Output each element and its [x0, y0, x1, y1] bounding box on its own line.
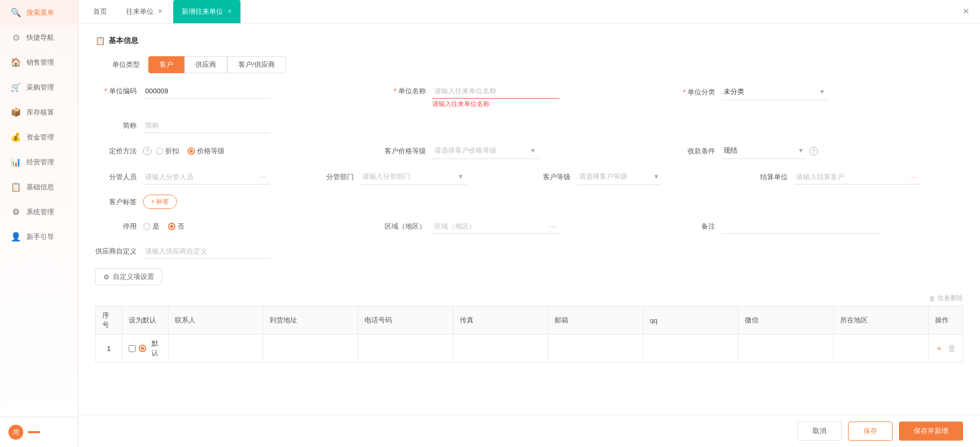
- unit-type-both[interactable]: 客户/供应商: [227, 56, 286, 73]
- sidebar-item-operations[interactable]: 📊 经营管理: [0, 150, 78, 174]
- tab-partners[interactable]: 往来单位 ✕: [118, 0, 171, 23]
- tab-new-partner-close[interactable]: ✕: [227, 8, 232, 15]
- region-dots[interactable]: ···: [547, 222, 557, 230]
- tab-new-partner[interactable]: 新增往来单位 ✕: [173, 0, 240, 23]
- unit-category-select[interactable]: 未分类 ▼: [721, 84, 827, 100]
- sidebar-item-label: 销售管理: [26, 58, 54, 67]
- pricing-price-level-radio[interactable]: [188, 147, 195, 155]
- unit-type-supplier[interactable]: 供应商: [184, 56, 227, 73]
- row-address: [263, 335, 358, 363]
- unit-type-customer[interactable]: 客户: [148, 56, 184, 73]
- sidebar-item-finance[interactable]: 💰 资金管理: [0, 125, 78, 150]
- disabled-yes[interactable]: 是: [143, 222, 159, 231]
- pricing-discount[interactable]: 折扣: [156, 146, 179, 156]
- batch-delete-label[interactable]: 批量删除: [938, 294, 963, 303]
- sidebar: 🔍 搜索菜单 ⊙ 快捷导航 🏠 销售管理 🛒 采购管理 📦 库存核算 💰 资金管…: [0, 0, 78, 447]
- wechat-input[interactable]: [745, 345, 826, 353]
- row-default-radio[interactable]: [139, 345, 146, 352]
- disabled-no[interactable]: 否: [168, 222, 184, 231]
- sidebar-item-purchase[interactable]: 🛒 采购管理: [0, 75, 78, 100]
- row-add-button[interactable]: ＋: [935, 343, 943, 354]
- sidebar-item-quicknav[interactable]: ⊙ 快捷导航: [0, 25, 78, 50]
- col-qq: qq: [643, 306, 738, 335]
- col-email: 邮箱: [548, 306, 643, 335]
- section-title-icon: 📋: [95, 36, 105, 46]
- close-all-tabs[interactable]: ✕: [958, 4, 974, 19]
- unit-code-input[interactable]: [143, 84, 270, 99]
- field-supplier-custom: 供应商自定义: [95, 244, 963, 259]
- inventory-icon: 📦: [11, 107, 21, 117]
- disabled-no-radio[interactable]: [168, 223, 175, 230]
- fax-input[interactable]: [460, 345, 541, 353]
- save-new-button[interactable]: 保存并新增: [899, 422, 963, 441]
- field-settlement-unit: 结算单位 ···: [746, 170, 964, 185]
- supervisor-dots[interactable]: ···: [258, 173, 268, 181]
- sidebar-item-label: 新手引导: [26, 232, 54, 242]
- row-seq: 1: [96, 335, 122, 363]
- tab-home[interactable]: 首页: [85, 0, 115, 23]
- add-tag-button[interactable]: + 标签: [143, 195, 177, 209]
- tab-new-partner-label: 新增往来单位: [182, 7, 223, 16]
- disabled-label: 停用: [95, 222, 143, 231]
- sidebar-item-inventory[interactable]: 📦 库存核算: [0, 100, 78, 125]
- main-area: 首页 往来单位 ✕ 新增往来单位 ✕ ✕ 📋 基本信息 单位类型 客户 供应商 …: [78, 0, 980, 447]
- form-area: 📋 基本信息 单位类型 客户 供应商 客户/供应商 单位编码 单位名称 请输入往…: [78, 23, 980, 415]
- row-region-input[interactable]: [840, 345, 922, 353]
- operations-icon: 📊: [11, 157, 21, 167]
- tab-partners-close[interactable]: ✕: [158, 8, 163, 15]
- unit-category-value: 未分类: [724, 87, 744, 97]
- unit-name-error: 请输入往来单位名称: [432, 100, 489, 109]
- email-input[interactable]: [555, 345, 636, 353]
- row-delete-button[interactable]: 🗑: [948, 344, 956, 353]
- supplier-custom-input[interactable]: [143, 244, 270, 259]
- row-checkbox[interactable]: [129, 345, 136, 352]
- sidebar-item-guide[interactable]: 👤 新手引导: [0, 224, 78, 249]
- row-fax: [453, 335, 548, 363]
- address-input[interactable]: [270, 345, 351, 353]
- field-payment-terms: 收款条件 现结 ▼ ?: [674, 143, 963, 159]
- row-default-radio-label[interactable]: 默认: [139, 339, 162, 358]
- row-region: [833, 335, 928, 363]
- department-select[interactable]: 请输入分管部门 ▼: [360, 169, 466, 185]
- sidebar-item-basics[interactable]: 📋 基础信息: [0, 174, 78, 199]
- contact-input[interactable]: [175, 345, 256, 353]
- sidebar-item-sales[interactable]: 🏠 销售管理: [0, 50, 78, 75]
- field-unit-name: 单位名称 请输入往来单位名称: [385, 84, 674, 109]
- custom-settings-button[interactable]: ⚙ 自定义项设置: [95, 268, 162, 285]
- col-actions: 操作: [928, 306, 963, 335]
- payment-terms-select[interactable]: 现结 ▼: [721, 143, 806, 159]
- qq-input[interactable]: [650, 345, 732, 353]
- unit-category-label: 单位分类: [674, 87, 721, 97]
- phone-input[interactable]: [364, 345, 446, 353]
- unit-name-input[interactable]: [432, 84, 559, 99]
- pricing-method-help[interactable]: ?: [143, 147, 152, 155]
- customer-level-select[interactable]: 请选择客户等级 ▼: [577, 169, 662, 185]
- customer-level-chevron: ▼: [649, 173, 660, 180]
- disabled-no-label: 否: [177, 222, 184, 231]
- unit-type-label: 单位类型: [95, 60, 148, 69]
- supplier-custom-label: 供应商自定义: [95, 247, 143, 256]
- guide-icon: 👤: [11, 232, 21, 242]
- department-placeholder: 请输入分管部门: [362, 172, 411, 181]
- settlement-unit-input[interactable]: [796, 173, 909, 181]
- region-label: 区域（地区）: [385, 222, 432, 231]
- settlement-unit-dots[interactable]: ···: [909, 173, 919, 181]
- sidebar-item-search[interactable]: 🔍 搜索菜单: [0, 0, 78, 25]
- sidebar-item-system[interactable]: ⚙ 系统管理: [0, 199, 78, 224]
- save-button[interactable]: 保存: [848, 422, 893, 441]
- supervisor-input[interactable]: [145, 173, 258, 181]
- row-default-cell: 默认: [122, 335, 168, 363]
- remark-input[interactable]: [721, 219, 880, 234]
- system-icon: ⚙: [11, 207, 21, 217]
- payment-terms-help[interactable]: ?: [809, 147, 818, 155]
- col-contact: 联系人: [168, 306, 263, 335]
- tab-bar: 首页 往来单位 ✕ 新增往来单位 ✕ ✕: [78, 0, 980, 23]
- disabled-yes-radio[interactable]: [143, 223, 150, 230]
- region-input[interactable]: [434, 222, 547, 230]
- sidebar-item-label: 经营管理: [26, 157, 54, 167]
- cancel-button[interactable]: 取消: [797, 422, 842, 441]
- customer-price-level-select[interactable]: 请选择客户价格等级 ▼: [432, 143, 538, 159]
- short-name-input[interactable]: [143, 118, 270, 133]
- pricing-price-level[interactable]: 价格等级: [188, 146, 225, 156]
- pricing-discount-radio[interactable]: [156, 147, 163, 155]
